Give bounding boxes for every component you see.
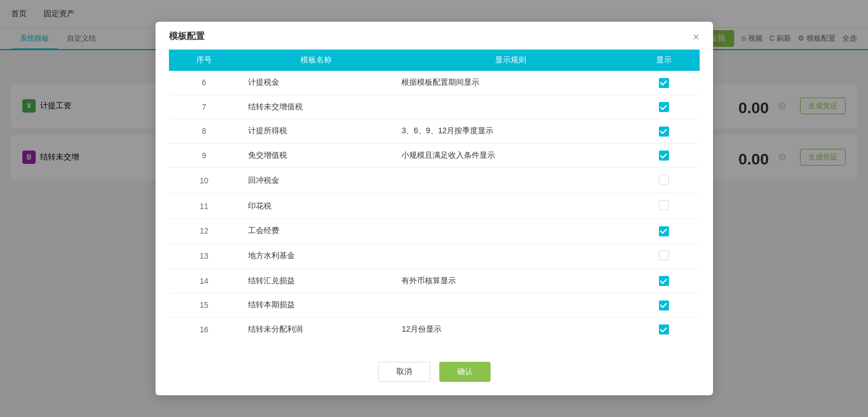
- checkbox-checked[interactable]: [659, 78, 669, 88]
- table-row: 16结转未分配利润12月份显示: [169, 317, 700, 340]
- cell-rule: [392, 168, 628, 193]
- modal-header: 模板配置 ×: [156, 22, 713, 50]
- checkbox-checked[interactable]: [659, 324, 669, 334]
- cell-rule: [392, 293, 628, 318]
- cell-checkbox[interactable]: [629, 243, 700, 269]
- cell-rule: 根据模板配置期间显示: [392, 71, 628, 95]
- cell-rule: [392, 193, 628, 219]
- cell-name: 结转未交增值税: [239, 95, 392, 119]
- cell-rule: [392, 95, 628, 119]
- cell-seq: 12: [169, 219, 240, 244]
- cell-checkbox[interactable]: [629, 95, 700, 119]
- cell-checkbox[interactable]: [629, 317, 700, 340]
- col-name: 模板名称: [239, 50, 392, 71]
- col-rule: 显示规则: [392, 50, 628, 71]
- cell-rule: 12月份显示: [392, 317, 628, 340]
- cell-checkbox[interactable]: [629, 193, 700, 219]
- cell-checkbox[interactable]: [629, 168, 700, 193]
- checkbox-unchecked[interactable]: [659, 200, 669, 210]
- cell-checkbox[interactable]: [629, 119, 700, 144]
- col-seq: 序号: [169, 50, 240, 71]
- cell-rule: [392, 243, 628, 269]
- modal-close-button[interactable]: ×: [693, 31, 700, 42]
- cell-checkbox[interactable]: [629, 71, 700, 95]
- cell-seq: 6: [169, 71, 240, 95]
- cancel-button[interactable]: 取消: [378, 362, 430, 382]
- modal-title: 模板配置: [169, 31, 205, 42]
- cell-seq: 13: [169, 243, 240, 269]
- cell-seq: 16: [169, 317, 240, 340]
- modal-template-config: 模板配置 × 序号 模板名称 显示规则 显示 6计提税金根据模板配置期间显示7结…: [156, 22, 713, 395]
- table-row: 11印花税: [169, 193, 700, 219]
- cell-checkbox[interactable]: [629, 293, 700, 318]
- cell-checkbox[interactable]: [629, 219, 700, 244]
- table-row: 14结转汇兑损益有外币核算显示: [169, 269, 700, 293]
- table-row: 8计提所得税3、6、9、12月按季度显示: [169, 119, 700, 144]
- cell-seq: 11: [169, 193, 240, 219]
- confirm-button[interactable]: 确认: [439, 362, 491, 382]
- checkbox-checked[interactable]: [659, 300, 669, 311]
- cell-name: 工会经费: [239, 219, 392, 244]
- checkbox-checked[interactable]: [659, 102, 669, 112]
- cell-seq: 9: [169, 143, 240, 168]
- checkbox-checked[interactable]: [659, 276, 669, 286]
- checkbox-unchecked[interactable]: [659, 174, 669, 185]
- table-row: 7结转未交增值税: [169, 95, 700, 119]
- cell-rule: 有外币核算显示: [392, 269, 628, 293]
- table-row: 12工会经费: [169, 219, 700, 244]
- table-row: 9免交增值税小规模且满足收入条件显示: [169, 143, 700, 168]
- cell-seq: 7: [169, 95, 240, 119]
- cell-checkbox[interactable]: [629, 269, 700, 293]
- table-row: 10回冲税金: [169, 168, 700, 193]
- cell-seq: 15: [169, 293, 240, 318]
- modal-footer: 取消 确认: [156, 353, 713, 395]
- cell-seq: 14: [169, 269, 240, 293]
- checkbox-unchecked[interactable]: [659, 250, 669, 260]
- cell-name: 免交增值税: [239, 143, 392, 168]
- config-table: 序号 模板名称 显示规则 显示 6计提税金根据模板配置期间显示7结转未交增值税8…: [169, 50, 700, 340]
- cell-seq: 8: [169, 119, 240, 144]
- modal-overlay: 模板配置 × 序号 模板名称 显示规则 显示 6计提税金根据模板配置期间显示7结…: [0, 0, 868, 417]
- cell-rule: [392, 219, 628, 244]
- cell-name: 结转汇兑损益: [239, 269, 392, 293]
- table-header: 序号 模板名称 显示规则 显示: [169, 50, 700, 71]
- table-row: 15结转本期损益: [169, 293, 700, 318]
- table-body: 6计提税金根据模板配置期间显示7结转未交增值税8计提所得税3、6、9、12月按季…: [169, 71, 700, 340]
- cell-name: 结转未分配利润: [239, 317, 392, 340]
- cell-name: 印花税: [239, 193, 392, 219]
- cell-seq: 10: [169, 168, 240, 193]
- cell-name: 回冲税金: [239, 168, 392, 193]
- table-row: 13地方水利基金: [169, 243, 700, 269]
- checkbox-checked[interactable]: [659, 127, 669, 137]
- cell-name: 计提所得税: [239, 119, 392, 144]
- cell-rule: 小规模且满足收入条件显示: [392, 143, 628, 168]
- cell-name: 地方水利基金: [239, 243, 392, 269]
- col-display: 显示: [629, 50, 700, 71]
- table-scroll[interactable]: 序号 模板名称 显示规则 显示 6计提税金根据模板配置期间显示7结转未交增值税8…: [169, 50, 700, 340]
- checkbox-checked[interactable]: [659, 226, 669, 236]
- table-row: 6计提税金根据模板配置期间显示: [169, 71, 700, 95]
- cell-rule: 3、6、9、12月按季度显示: [392, 119, 628, 144]
- modal-body: 序号 模板名称 显示规则 显示 6计提税金根据模板配置期间显示7结转未交增值税8…: [156, 50, 713, 353]
- cell-name: 结转本期损益: [239, 293, 392, 318]
- cell-name: 计提税金: [239, 71, 392, 95]
- cell-checkbox[interactable]: [629, 143, 700, 168]
- checkbox-checked[interactable]: [659, 151, 669, 161]
